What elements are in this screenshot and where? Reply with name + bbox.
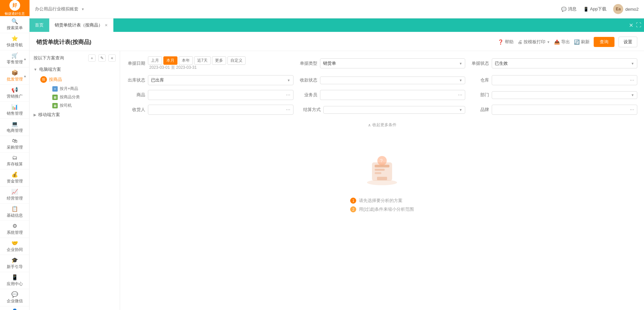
sidebar-icon-13: 🤝 <box>11 240 18 246</box>
date-btn-this-year[interactable]: 本年 <box>179 56 193 65</box>
warehouse-control[interactable]: ··· <box>492 75 637 85</box>
filter-warehouse-field: 仓库 ··· <box>471 75 637 85</box>
tab-report-label: 销货单统计表（按商品） <box>55 22 103 28</box>
tab-bar: 首页 销货单统计表（按商品） ✕ ✕ ⛶ <box>30 18 644 32</box>
close-window-icon[interactable]: ✕ <box>629 22 633 29</box>
sidebar-item-搜索菜单[interactable]: 🔍 搜索菜单 <box>0 16 30 33</box>
tree-section-desktop[interactable]: ▼ 电脑端方案 <box>30 64 120 74</box>
product-control[interactable]: ··· <box>148 90 293 100</box>
sidebar-label-0: 搜索菜单 <box>7 25 23 31</box>
sidebar-item-系统管理[interactable]: ⚙ 系统管理 <box>0 221 30 238</box>
sidebar-item-应用中心[interactable]: 📱 应用中心 <box>0 272 30 289</box>
tip-num-1: 1 <box>350 198 356 204</box>
sidebar-item-基础信息[interactable]: 📋 基础信息 <box>0 204 30 221</box>
date-btn-last-month[interactable]: 上月 <box>148 56 162 65</box>
date-btn-7days[interactable]: 近7天 <box>194 56 211 65</box>
svg-rect-4 <box>375 172 381 174</box>
docstatus-select[interactable]: 已生效 ▼ <box>492 58 637 68</box>
outstatus-select[interactable]: 已出库 ▼ <box>148 75 293 85</box>
export-btn[interactable]: 📤 导出 <box>554 39 570 45</box>
user-menu-btn[interactable]: Ea demo2 <box>613 4 639 14</box>
payment-status-label: 收款状态 <box>299 77 317 83</box>
sidebar-item-电商管理[interactable]: 💻 电商管理 <box>0 119 30 136</box>
date-btn-custom[interactable]: 自定义 <box>227 56 246 65</box>
page-header: 销货单统计表(按商品) ❓ 帮助 🖨 按模板打印 ▼ 📤 导出 🔄 刷新 <box>30 32 644 51</box>
tab-report[interactable]: 销货单统计表（按商品） ✕ <box>49 18 113 32</box>
scheme-icon-product: 按 <box>40 76 47 83</box>
scheme-icon-month: ≡ <box>52 86 58 92</box>
top-header: 办公用品行业模拟账套 ▼ 💬 消息 📱 App下载 Ea demo2 <box>30 0 644 18</box>
maximize-window-icon[interactable]: ⛶ <box>636 22 641 28</box>
settings-button[interactable]: 设置 <box>619 37 637 47</box>
tree-sub-desktop: 按 按商品 ≡ 按月+商品 ▦ 按商品分类 <box>30 74 120 110</box>
sidebar-item-库存核算[interactable]: 🗂 库存核算 <box>0 153 30 169</box>
department-label: 部门 <box>471 92 489 98</box>
payment-status-arrow-icon: ▼ <box>459 79 462 82</box>
date-btn-more[interactable]: 更多 <box>212 56 226 65</box>
sidebar-icon-8: 🗂 <box>12 155 17 161</box>
doctype-select[interactable]: 销货单 ▼ <box>320 58 466 68</box>
payment-method-select[interactable]: ▼ <box>323 106 466 114</box>
sidebar-item-企业微信[interactable]: 💬 企业微信 <box>0 289 30 306</box>
brand-control[interactable]: ··· <box>492 105 637 115</box>
sidebar-item-企业协同[interactable]: 🤝 企业协同 <box>0 238 30 255</box>
receiver-label: 收货人 <box>127 107 145 113</box>
date-btn-this-month[interactable]: 本月 <box>163 56 177 65</box>
brand-dots-icon: ··· <box>630 107 634 113</box>
app-logo[interactable]: 好 畅捷通好生意 <box>0 0 30 16</box>
workspace-selector[interactable]: 办公用品行业模拟账套 ▼ <box>35 6 85 12</box>
sidebar-item-畅会员[interactable]: 👤 畅会员 <box>0 306 30 310</box>
tab-close-icon[interactable]: ✕ <box>105 23 108 28</box>
help-btn[interactable]: ❓ 帮助 <box>498 39 514 45</box>
outstatus-control: 已出库 ▼ <box>148 75 293 85</box>
sidebar-icon-1: ⭐ <box>11 35 18 42</box>
collapse-filters-btn[interactable]: ∧ 收起更多条件 <box>127 119 637 131</box>
department-control: ▼ <box>492 91 637 99</box>
message-btn[interactable]: 💬 消息 <box>561 6 577 12</box>
sidebar-item-新手引导[interactable]: 🎓 新手引导 <box>0 255 30 272</box>
tab-home[interactable]: 首页 <box>30 18 49 32</box>
receiver-control[interactable]: ··· <box>148 105 293 115</box>
print-btn[interactable]: 🖨 按模板打印 ▼ <box>518 39 550 45</box>
payment-status-select[interactable]: ▼ <box>320 76 466 84</box>
sidebar-icon-5: 📊 <box>11 104 18 110</box>
scheme-by-driver[interactable]: ▦ 按司机 <box>48 101 120 110</box>
sidebar-item-资金管理[interactable]: 💰 资金管理 <box>0 169 30 187</box>
filter-row-3: 商品 ··· 业务员 ··· <box>127 90 637 100</box>
refresh-btn[interactable]: 🔄 刷新 <box>574 39 590 45</box>
query-button[interactable]: 查询 <box>594 37 614 47</box>
department-select[interactable]: ▼ <box>492 91 637 99</box>
sidebar-item-采购管理[interactable]: 🛍 采购管理 <box>0 136 30 153</box>
sidebar-item-经营管理[interactable]: 📈 经营管理 <box>0 187 30 204</box>
outstatus-value: 已出库 <box>151 77 164 83</box>
add-scheme-icon[interactable]: ＋ <box>88 54 96 62</box>
help-label: 帮助 <box>505 39 514 45</box>
tab-window-actions: ✕ ⛶ <box>626 22 644 29</box>
salesperson-label: 业务员 <box>299 92 317 98</box>
app-download-label: App下载 <box>590 6 606 12</box>
filter-docstatus-field: 单据状态 已生效 ▼ <box>471 58 637 68</box>
filter-row-1: 单据日期 上月 本月 本年 近7天 更多 自定义 2023-03-01 至 20… <box>127 56 637 70</box>
tree-section-mobile[interactable]: ▶ 移动端方案 <box>30 110 120 120</box>
scheme-label-category: 按商品分类 <box>60 94 80 100</box>
tree-section-mobile-label: 移动端方案 <box>38 112 116 118</box>
scheme-by-product[interactable]: 按 按商品 <box>36 74 120 85</box>
sidebar-item-营销推广[interactable]: 📢 营销推广 <box>0 85 30 102</box>
app-download-btn[interactable]: 📱 App下载 <box>583 6 606 12</box>
salesperson-control[interactable]: ··· <box>320 90 466 100</box>
sidebar-item-销售管理[interactable]: 📊 销售管理 <box>0 102 30 119</box>
sidebar-item-零售管理[interactable]: 🛒 零售管理 ▲ <box>0 50 30 67</box>
user-label: demo2 <box>625 7 639 12</box>
header-actions: 💬 消息 📱 App下载 Ea demo2 <box>561 4 639 14</box>
sidebar-label-4: 营销推广 <box>7 94 23 99</box>
sidebar-item-快捷导航[interactable]: ⭐ 快捷导航 <box>0 33 30 50</box>
sidebar-label-1: 快捷导航 <box>7 42 23 48</box>
edit-scheme-icon[interactable]: ✎ <box>98 54 106 62</box>
collapse-scheme-icon[interactable]: « <box>108 54 116 62</box>
scheme-by-category[interactable]: ▦ 按商品分类 <box>48 93 120 101</box>
scheme-label-driver: 按司机 <box>60 103 72 108</box>
sidebar-label-6: 电商管理 <box>7 128 23 134</box>
message-icon: 💬 <box>561 7 567 12</box>
sidebar-item-批发管理[interactable]: 📦 批发管理 ▲ <box>0 67 30 85</box>
scheme-by-month-product[interactable]: ≡ 按月+商品 <box>48 85 120 93</box>
